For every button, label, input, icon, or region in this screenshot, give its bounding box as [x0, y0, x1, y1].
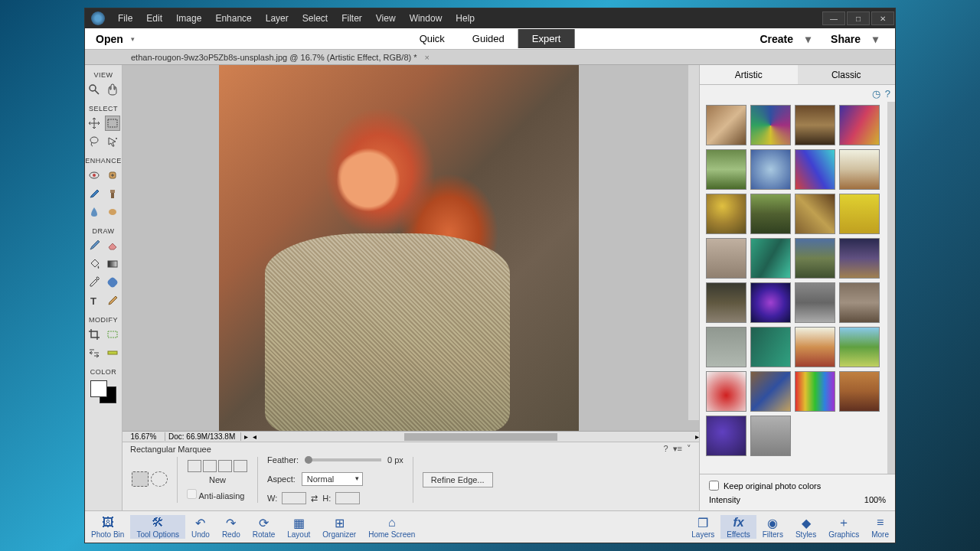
straighten-tool[interactable] [105, 345, 120, 360]
selection-intersect[interactable] [234, 460, 247, 472]
zoom-tool[interactable] [87, 82, 102, 97]
horizontal-scrollbar[interactable] [404, 433, 557, 441]
foreground-color[interactable] [90, 380, 107, 397]
effect-thumb[interactable] [750, 327, 791, 367]
selection-subtract[interactable] [218, 460, 232, 472]
width-input[interactable] [282, 492, 306, 504]
effect-thumb[interactable] [750, 238, 791, 279]
brush-tool[interactable] [87, 238, 102, 253]
refine-edge-button[interactable]: Refine Edge... [423, 472, 493, 487]
effect-thumb[interactable] [839, 238, 880, 279]
menu-view[interactable]: View [369, 13, 403, 24]
create-dropdown-icon[interactable]: ▾ [798, 33, 818, 45]
effect-thumb[interactable] [839, 327, 880, 367]
effect-thumb[interactable] [706, 194, 746, 234]
gradient-tool[interactable] [105, 256, 120, 272]
bottom-filters-button[interactable]: ◉Filters [756, 515, 789, 539]
color-swatch[interactable] [90, 380, 116, 403]
close-document-icon[interactable]: × [425, 53, 430, 62]
effect-thumb[interactable] [750, 105, 791, 145]
bottom-styles-button[interactable]: ◆Styles [789, 515, 822, 539]
tab-expert[interactable]: Expert [518, 29, 575, 48]
menu-image[interactable]: Image [169, 13, 208, 24]
spot-heal-tool[interactable] [105, 168, 120, 183]
classic-tab[interactable]: Classic [798, 65, 896, 84]
rect-marquee-shape[interactable] [132, 471, 149, 487]
menu-select[interactable]: Select [296, 13, 335, 24]
bottom-effects-button[interactable]: fxEffects [720, 515, 756, 539]
effect-thumb[interactable] [706, 327, 746, 367]
bottom-layout-button[interactable]: ▦Layout [281, 515, 316, 539]
menu-edit[interactable]: Edit [139, 13, 169, 24]
feather-slider[interactable] [305, 458, 381, 461]
effect-thumb[interactable] [706, 282, 746, 323]
selection-new[interactable] [188, 460, 201, 472]
effect-thumb[interactable] [795, 105, 835, 145]
options-collapse-icon[interactable]: ˅ [687, 444, 691, 454]
menu-window[interactable]: Window [403, 13, 449, 24]
menu-help[interactable]: Help [449, 13, 482, 24]
menu-layer[interactable]: Layer [259, 13, 296, 24]
effect-thumb[interactable] [706, 416, 746, 456]
effect-thumb[interactable] [750, 194, 791, 234]
effect-thumb[interactable] [795, 194, 835, 234]
options-help-icon[interactable]: ? [663, 444, 668, 454]
sponge-tool[interactable] [105, 204, 120, 220]
document-tab-label[interactable]: ethan-rougon-9wz3oP5Zb8s-unsplash.jpg @ … [131, 53, 417, 62]
tab-quick[interactable]: Quick [406, 29, 459, 48]
bottom-tool-options-button[interactable]: 🛠Tool Options [130, 515, 185, 539]
open-button[interactable]: Open [85, 33, 134, 45]
tab-guided[interactable]: Guided [459, 29, 518, 48]
effect-thumb[interactable] [750, 282, 791, 323]
effect-thumb[interactable] [795, 149, 835, 190]
effect-thumb[interactable] [839, 371, 880, 412]
bottom-redo-button[interactable]: ↷Redo [216, 515, 247, 539]
panel-help-icon[interactable]: ? [885, 88, 890, 99]
bottom-organizer-button[interactable]: ⊞Organizer [316, 515, 362, 539]
swap-wh-icon[interactable]: ⇄ [311, 494, 318, 504]
create-button[interactable]: Create [752, 33, 801, 45]
bottom-home-screen-button[interactable]: ⌂Home Screen [362, 515, 421, 539]
bottom-layers-button[interactable]: ❐Layers [685, 515, 720, 539]
content-aware-move-tool[interactable] [87, 345, 102, 360]
scroll-left-icon[interactable]: ◂ [253, 432, 256, 441]
effect-thumb[interactable] [795, 282, 835, 323]
bottom-rotate-button[interactable]: ⟳Rotate [247, 515, 281, 539]
quick-select-tool[interactable] [105, 134, 120, 149]
menu-file[interactable]: File [111, 13, 139, 24]
hand-tool[interactable] [105, 82, 120, 97]
effect-thumb[interactable] [839, 194, 880, 234]
lasso-tool[interactable] [87, 134, 102, 149]
doc-info-dropdown-icon[interactable]: ▸ [244, 432, 248, 441]
keep-colors-checkbox[interactable] [709, 481, 719, 491]
move-tool[interactable] [87, 116, 102, 131]
canvas[interactable] [122, 65, 699, 431]
marquee-tool[interactable] [105, 116, 120, 131]
effect-thumb[interactable] [839, 149, 880, 190]
smart-brush-tool[interactable] [87, 186, 102, 201]
effect-thumb[interactable] [706, 371, 746, 412]
effect-thumb[interactable] [795, 327, 835, 367]
maximize-button[interactable]: □ [847, 11, 870, 25]
aspect-dropdown[interactable]: Normal [302, 472, 363, 486]
selection-add[interactable] [203, 460, 217, 472]
eyedropper-tool[interactable] [87, 275, 102, 290]
minimize-button[interactable]: — [822, 11, 845, 25]
vertical-scrollbar[interactable] [688, 65, 699, 420]
bottom-more-button[interactable]: ≡More [865, 515, 895, 539]
effect-thumb[interactable] [706, 238, 746, 279]
effect-thumb[interactable] [839, 105, 880, 145]
options-menu-icon[interactable]: ▾≡ [673, 444, 682, 454]
close-button[interactable]: ✕ [871, 11, 894, 25]
bottom-undo-button[interactable]: ↶Undo [185, 515, 216, 539]
height-input[interactable] [335, 492, 360, 504]
effect-thumb[interactable] [750, 371, 791, 412]
bottom-photo-bin-button[interactable]: 🖼Photo Bin [85, 515, 130, 539]
crop-tool[interactable] [87, 327, 102, 342]
redeye-tool[interactable] [87, 168, 102, 183]
recompose-tool[interactable] [105, 327, 120, 342]
clone-stamp-tool[interactable] [105, 186, 120, 201]
share-button[interactable]: Share [823, 33, 868, 45]
blur-tool[interactable] [87, 204, 102, 220]
paint-bucket-tool[interactable] [87, 256, 102, 272]
